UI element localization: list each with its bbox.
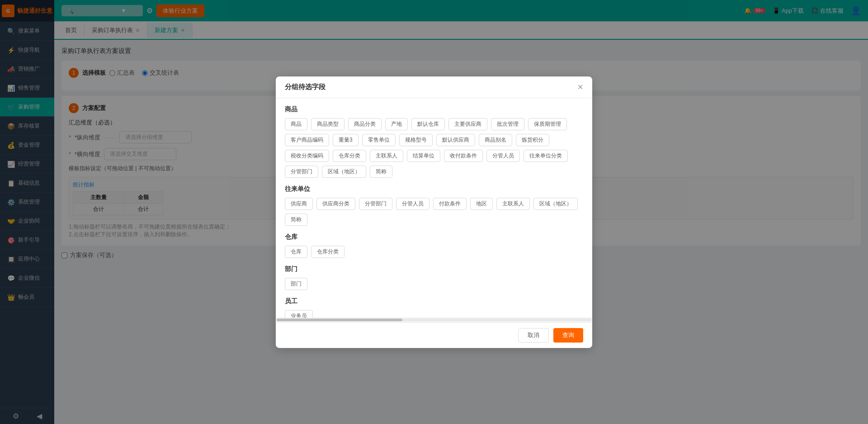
field-group-部门: 部门部门 — [285, 265, 583, 290]
field-tag-默认仓库[interactable]: 默认仓库 — [411, 118, 445, 130]
field-tag-地区[interactable]: 地区 — [470, 198, 493, 210]
field-tag-区域（地区）[interactable]: 区域（地区） — [533, 198, 578, 210]
field-tag-批次管理[interactable]: 批次管理 — [491, 118, 524, 130]
horizontal-scrollbar[interactable] — [276, 318, 592, 322]
field-tag-零售单位[interactable]: 零售单位 — [362, 134, 396, 146]
field-tag-付款条件[interactable]: 付款条件 — [433, 198, 467, 210]
field-tag-仓库分类[interactable]: 仓库分类 — [333, 150, 366, 162]
field-tag-主联系人[interactable]: 主联系人 — [496, 198, 530, 210]
field-tag-税收分类编码[interactable]: 税收分类编码 — [285, 150, 329, 162]
modal-title: 分组待选字段 — [285, 83, 326, 91]
field-tag-客户商品编码[interactable]: 客户商品编码 — [285, 134, 329, 146]
field-tags: 仓库仓库分类 — [285, 246, 583, 258]
field-group-title: 员工 — [285, 297, 583, 305]
field-tag-商品[interactable]: 商品 — [285, 118, 307, 130]
field-group-员工: 员工业务员 — [285, 297, 583, 318]
field-tag-商品类型[interactable]: 商品类型 — [311, 118, 344, 130]
field-tag-供应商分类[interactable]: 供应商分类 — [316, 198, 355, 210]
field-group-商品: 商品商品商品类型商品分类产地默认仓库主要供应商批次管理保质期管理客户商品编码重量… — [285, 105, 583, 178]
field-tag-供应商[interactable]: 供应商 — [285, 198, 313, 210]
field-tag-分管部门[interactable]: 分管部门 — [285, 166, 318, 178]
hscroll-track — [277, 319, 591, 321]
field-tag-商品分类[interactable]: 商品分类 — [348, 118, 382, 130]
field-group-title: 商品 — [285, 105, 583, 114]
modal-overlay: 分组待选字段 ✕ 商品商品商品类型商品分类产地默认仓库主要供应商批次管理保质期管… — [0, 0, 868, 424]
field-tags: 业务员 — [285, 310, 583, 318]
modal-close-button[interactable]: ✕ — [577, 83, 583, 91]
field-tag-产地[interactable]: 产地 — [385, 118, 408, 130]
field-group-title: 部门 — [285, 265, 583, 273]
field-tags: 部门 — [285, 278, 583, 290]
field-tag-保质期管理[interactable]: 保质期管理 — [528, 118, 567, 130]
field-group-title: 仓库 — [285, 233, 583, 241]
field-tag-收付款条件[interactable]: 收付款条件 — [444, 150, 483, 162]
field-tag-主要供应商[interactable]: 主要供应商 — [448, 118, 487, 130]
field-tag-简称[interactable]: 简称 — [285, 214, 307, 226]
modal-footer: 取消 查询 — [276, 322, 592, 348]
field-group-仓库: 仓库仓库仓库分类 — [285, 233, 583, 258]
field-tag-仓库分类[interactable]: 仓库分类 — [311, 246, 344, 258]
field-tag-规格型号[interactable]: 规格型号 — [399, 134, 433, 146]
field-tags: 商品商品类型商品分类产地默认仓库主要供应商批次管理保质期管理客户商品编码重量3零… — [285, 118, 583, 178]
field-tag-简称[interactable]: 简称 — [370, 166, 392, 178]
field-group-title: 往来单位 — [285, 185, 583, 193]
field-tag-分管部门[interactable]: 分管部门 — [359, 198, 392, 210]
field-tag-重量3[interactable]: 重量3 — [333, 134, 359, 146]
field-tag-炼货积分[interactable]: 炼货积分 — [516, 134, 549, 146]
field-tag-业务员[interactable]: 业务员 — [285, 310, 313, 318]
field-tag-商品别名[interactable]: 商品别名 — [479, 134, 512, 146]
confirm-button[interactable]: 查询 — [553, 328, 583, 343]
field-tag-分管人员[interactable]: 分管人员 — [486, 150, 520, 162]
cancel-button[interactable]: 取消 — [518, 328, 549, 343]
field-group-往来单位: 往来单位供应商供应商分类分管部门分管人员付款条件地区主联系人区域（地区）简称 — [285, 185, 583, 226]
field-tag-默认供应商[interactable]: 默认供应商 — [436, 134, 475, 146]
field-tag-仓库[interactable]: 仓库 — [285, 246, 307, 258]
field-tag-区域（地区）[interactable]: 区域（地区） — [322, 166, 366, 178]
hscroll-thumb — [277, 319, 402, 321]
modal-header: 分组待选字段 ✕ — [276, 76, 592, 98]
field-tag-主联系人[interactable]: 主联系人 — [370, 150, 403, 162]
modal: 分组待选字段 ✕ 商品商品商品类型商品分类产地默认仓库主要供应商批次管理保质期管… — [276, 76, 592, 348]
field-tag-结算单位[interactable]: 结算单位 — [407, 150, 440, 162]
field-tag-往来单位分类[interactable]: 往来单位分类 — [524, 150, 568, 162]
modal-body[interactable]: 商品商品商品类型商品分类产地默认仓库主要供应商批次管理保质期管理客户商品编码重量… — [276, 98, 592, 318]
field-tag-分管人员[interactable]: 分管人员 — [396, 198, 429, 210]
field-tag-部门[interactable]: 部门 — [285, 278, 307, 290]
field-tags: 供应商供应商分类分管部门分管人员付款条件地区主联系人区域（地区）简称 — [285, 198, 583, 226]
